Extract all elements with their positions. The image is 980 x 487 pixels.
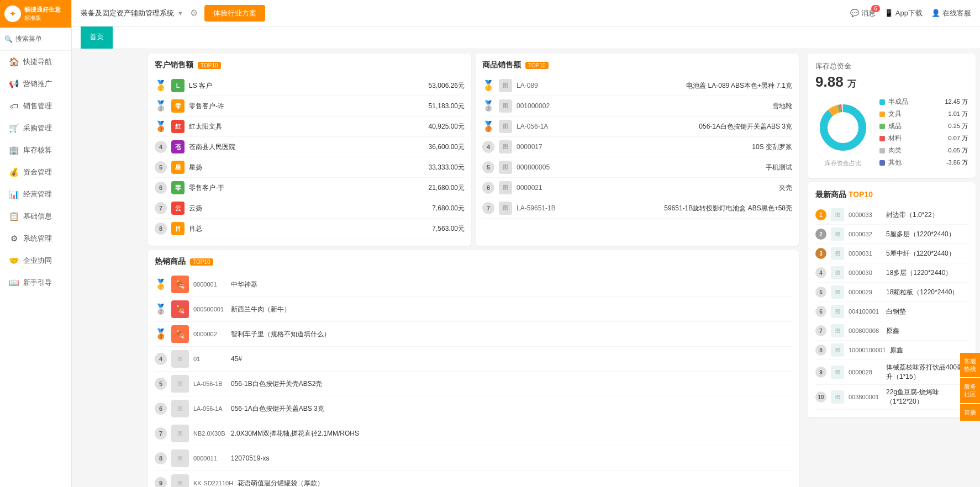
- sidebar-item-guide[interactable]: 📖 新手引导: [0, 272, 71, 294]
- new-product-item: 1 图 0000033 封边带（1.0*22）: [815, 205, 968, 225]
- sidebar-nav: 🏠 快捷导航 📢 营销推广 🏷 销售管理 🛒 采购管理 🏢 库存核算 💰 资金管…: [0, 51, 71, 487]
- sidebar-item-finance[interactable]: 💰 资金管理: [0, 161, 71, 183]
- donut-chart: [815, 100, 871, 155]
- guide-icon: 📖: [9, 278, 19, 288]
- sidebar-item-inventory[interactable]: 🏢 库存核算: [0, 139, 71, 161]
- legend-label: 半成品: [888, 97, 941, 107]
- product-sales-item: 5 图 000800005 手机测试: [482, 157, 792, 178]
- new-prod-img: 图: [831, 390, 844, 404]
- product-code: 0000021: [517, 184, 774, 192]
- sidebar-item-marketing[interactable]: 📢 营销推广: [0, 73, 71, 95]
- product-img-placeholder: 图: [499, 99, 512, 113]
- hot-products-card: 热销商品 TOP10 🥇 🍖 0000001 中华神器 🥈 🍖 00050000…: [148, 250, 799, 487]
- new-prod-name: 体械荔枝味苏打饮品400毫升（1*15）: [886, 363, 968, 382]
- customer-avatar: 红: [171, 120, 185, 133]
- new-product-item: 6 图 004100001 白钢垫: [815, 302, 968, 321]
- hot-product-code: 0000002: [193, 331, 226, 337]
- system-title-text: 装备及固定资产辅助管理系统: [81, 8, 174, 18]
- main-area: 装备及固定资产辅助管理系统 ▼ ⚙ 体验行业方案 💬 消息 6 📱 App下载 …: [72, 0, 980, 487]
- sidebar-item-system[interactable]: ⚙ 系统管理: [0, 227, 71, 250]
- medal-gold-icon: 🥇: [155, 80, 167, 92]
- hot-product-code: 000500001: [193, 306, 226, 313]
- logo-icon: ✦: [4, 6, 21, 22]
- sidebar-item-purchase[interactable]: 🛒 采购管理: [0, 117, 71, 139]
- float-btn-broadcast[interactable]: 直播: [960, 404, 980, 421]
- center-content: 客户销售额 TOP10 🥇 L LS 客户 53,006.26元 🥈 零 零售客…: [144, 49, 803, 487]
- legend-item: 其他 -3.86 万: [879, 158, 968, 167]
- new-prod-name: 18多层（1220*2440）: [886, 268, 968, 278]
- product-img-placeholder: 图: [499, 120, 512, 133]
- hot-product-item: 5 图 LA-056-1B 056-1B白色按键开关壳ABS2壳: [155, 372, 792, 396]
- tab-home[interactable]: 首页: [81, 27, 113, 49]
- customer-value: 36,600.00元: [429, 142, 465, 152]
- legend-label: 成品: [888, 121, 945, 131]
- product-img-placeholder: 图: [171, 375, 189, 393]
- sidebar-item-management[interactable]: 📊 经营管理: [0, 183, 71, 205]
- customer-rank-item: 5 星 星扬 33,333.00元: [155, 157, 465, 178]
- hot-product-name: 056-1B白色按键开关壳ABS2壳: [231, 379, 792, 389]
- inventory-title: 库存总资金: [815, 61, 968, 71]
- product-img-placeholder: 图: [171, 474, 189, 487]
- product-sales-item: 🥇 图 LA-089 电池盖 LA-089 ABS本色+黑种 7.1克: [482, 76, 792, 96]
- float-btn-community[interactable]: 服务社区: [960, 378, 980, 403]
- product-img-placeholder: 图: [171, 400, 189, 417]
- floating-buttons: 客服热线 服务社区 直播: [960, 353, 980, 421]
- hot-products-title: 热销商品: [155, 257, 186, 267]
- customer-value: 7,680.00元: [432, 204, 465, 213]
- chart-area: 库存资金占比 半成品 12.45 万 文具 1.01 万 成品 0.25 万 材…: [815, 97, 968, 170]
- inventory-legend: 半成品 12.45 万 文具 1.01 万 成品 0.25 万 材料 0.07 …: [879, 97, 968, 170]
- sales-icon: 🏷: [9, 102, 19, 111]
- product-name: 10S 变刮罗浆: [752, 142, 792, 152]
- sidebar-item-sales[interactable]: 🏷 销售管理: [0, 95, 71, 117]
- hot-product-code: LA-056-1B: [193, 380, 226, 387]
- legend-item: 文具 1.01 万: [879, 109, 968, 119]
- hot-product-name: 花语萌值温分罐罐袋（厚款）: [238, 479, 792, 488]
- right-panel: 库存总资金 9.88 万: [803, 49, 980, 487]
- trial-button[interactable]: 体验行业方案: [204, 5, 265, 22]
- new-prod-img: 图: [831, 285, 844, 299]
- notifications-button[interactable]: 💬 消息 6: [850, 8, 876, 18]
- donut-chart-container: 库存资金占比: [815, 100, 871, 167]
- legend-value: 0.07 万: [949, 134, 968, 142]
- sidebar-item-collab[interactable]: 🤝 企业协同: [0, 250, 71, 272]
- home-icon: 🏠: [9, 57, 19, 67]
- notification-count: 6: [871, 5, 880, 12]
- inventory-unit: 万: [847, 79, 856, 88]
- product-img-placeholder: 图: [499, 202, 512, 215]
- notification-icon: 💬: [850, 9, 859, 17]
- medal-silver-icon: 🥈: [155, 303, 167, 315]
- sidebar-item-home[interactable]: 🏠 快捷导航: [0, 51, 71, 73]
- hot-product-name: 中华神器: [231, 280, 792, 289]
- new-prod-name: 原鑫: [890, 346, 968, 355]
- product-img-placeholder: 图: [499, 79, 512, 92]
- customer-rank-item: 7 云 云扬 7,680.00元: [155, 198, 465, 219]
- app-download-label: App下载: [895, 8, 923, 18]
- topbar: 装备及固定资产辅助管理系统 ▼ ⚙ 体验行业方案 💬 消息 6 📱 App下载 …: [72, 0, 980, 27]
- customer-rank-title: 客户销售额: [155, 60, 193, 70]
- inventory-number: 9.88: [815, 73, 844, 90]
- sidebar-item-label: 销售管理: [23, 101, 52, 111]
- sidebar-item-label: 营销推广: [23, 79, 52, 89]
- sidebar-logo: ✦ 畅捷通好生意 标准版: [0, 0, 71, 28]
- float-btn-service[interactable]: 客服热线: [960, 353, 980, 378]
- product-thumbnail: 🍖: [171, 325, 189, 343]
- sidebar-item-label: 库存核算: [23, 145, 52, 155]
- product-name: 电池盖 LA-089 ABS本色+黑种 7.1克: [686, 81, 792, 91]
- search-menu-button[interactable]: 🔍 搜索菜单: [4, 32, 67, 46]
- legend-label: 材料: [888, 134, 945, 143]
- sidebar-item-basic[interactable]: 📋 基础信息: [0, 205, 71, 227]
- legend-value: 12.45 万: [945, 98, 968, 106]
- gear-icon[interactable]: ⚙: [190, 8, 198, 18]
- customer-avatar: 肖: [171, 222, 185, 235]
- customer-name: 零售客户-许: [189, 102, 424, 111]
- product-sales-list: 🥇 图 LA-089 电池盖 LA-089 ABS本色+黑种 7.1克 🥈 图 …: [482, 76, 792, 219]
- hot-product-code: 0000011: [193, 455, 226, 462]
- online-service-button[interactable]: 👤 在线客服: [931, 8, 971, 18]
- service-icon: 👤: [931, 9, 940, 17]
- product-img-placeholder: 图: [171, 449, 189, 467]
- new-product-item: 3 图 0000031 5厘中纤（1220*2440）: [815, 244, 968, 263]
- new-prod-name: 白钢垫: [886, 307, 968, 316]
- app-download-button[interactable]: 📱 App下载: [884, 8, 923, 18]
- product-name: 056-1A白色按键开关盖ABS 3克: [699, 122, 792, 131]
- sidebar-item-label: 经营管理: [23, 189, 52, 199]
